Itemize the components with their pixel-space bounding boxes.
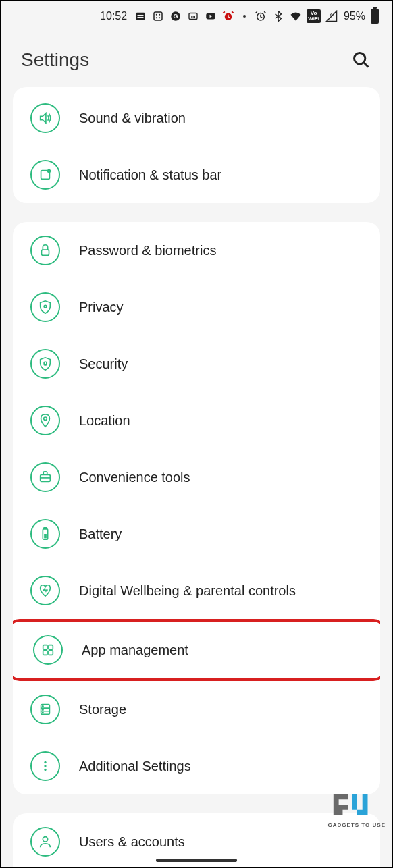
svg-rect-0 [136, 13, 145, 20]
g-circle-icon: G [169, 9, 182, 23]
setting-sound-vibration[interactable]: Sound & vibration [13, 90, 380, 146]
svg-point-20 [355, 53, 365, 64]
setting-label: Password & biometrics [79, 243, 216, 259]
message-icon [134, 9, 147, 23]
svg-point-40 [43, 706, 43, 707]
svg-rect-36 [49, 651, 53, 655]
watermark: GADGETS TO USE [328, 788, 386, 828]
setting-label: App management [82, 643, 188, 658]
wifi-icon [289, 9, 303, 23]
m-icon: m [186, 9, 200, 23]
svg-point-25 [44, 305, 47, 308]
header: Settings [1, 29, 392, 91]
svg-line-15 [232, 11, 233, 13]
setting-label: Notification & status bar [79, 167, 221, 183]
watermark-logo [328, 788, 381, 821]
youtube-icon [204, 9, 217, 23]
svg-point-43 [44, 761, 46, 763]
svg-rect-31 [44, 528, 47, 529]
setting-label: Privacy [79, 300, 124, 315]
setting-battery[interactable]: Battery [13, 506, 380, 562]
privacy-shield-icon [30, 292, 60, 322]
svg-point-4 [156, 14, 157, 16]
settings-group-1: Sound & vibration Notification & status … [13, 87, 380, 203]
svg-point-44 [44, 765, 46, 767]
alarm-icon [221, 9, 235, 23]
battery-percent: 95% [344, 10, 365, 22]
svg-point-45 [44, 769, 46, 771]
lock-icon [30, 236, 60, 265]
setting-label: Digital Wellbeing & parental controls [79, 583, 296, 599]
setting-password-biometrics[interactable]: Password & biometrics [13, 222, 380, 279]
heart-icon [30, 576, 60, 605]
svg-rect-26 [44, 362, 47, 365]
home-indicator[interactable] [156, 859, 237, 862]
setting-additional-settings[interactable]: Additional Settings [13, 738, 380, 794]
settings-group-2: Password & biometrics Privacy Security L… [13, 222, 380, 794]
bluetooth-icon [271, 9, 285, 23]
clock-alarm-icon [254, 9, 267, 23]
setting-label: Battery [79, 526, 122, 542]
more-vertical-icon [30, 751, 60, 781]
page-title: Settings [21, 49, 89, 71]
separator-dot [243, 15, 246, 18]
svg-rect-3 [154, 12, 162, 20]
svg-point-46 [43, 837, 47, 842]
toolbox-icon [30, 462, 60, 492]
setting-label: Storage [79, 702, 126, 717]
vowifi-icon: VoWiFi [307, 9, 321, 23]
search-icon [352, 51, 371, 70]
battery-setting-icon [30, 519, 60, 549]
search-button[interactable] [350, 49, 372, 71]
user-icon [30, 827, 60, 857]
svg-line-18 [264, 11, 265, 13]
setting-storage[interactable]: Storage [13, 681, 380, 738]
setting-security[interactable]: Security [13, 335, 380, 392]
notification-icon [30, 160, 60, 190]
setting-notification-status-bar[interactable]: Notification & status bar [13, 146, 380, 203]
svg-line-21 [364, 63, 369, 67]
setting-label: Users & accounts [79, 834, 185, 850]
storage-icon [30, 695, 60, 724]
security-shield-icon [30, 349, 60, 379]
svg-point-6 [156, 17, 157, 18]
setting-digital-wellbeing[interactable]: Digital Wellbeing & parental controls [13, 562, 380, 619]
svg-point-5 [159, 14, 160, 16]
svg-point-42 [43, 712, 43, 713]
keypad-icon [151, 9, 165, 23]
location-icon [30, 406, 60, 435]
svg-rect-34 [49, 645, 53, 649]
svg-line-14 [224, 11, 225, 13]
setting-app-management[interactable]: App management [13, 619, 380, 681]
setting-label: Sound & vibration [79, 111, 186, 126]
setting-label: Location [79, 413, 130, 429]
setting-label: Security [79, 356, 128, 372]
svg-rect-24 [42, 250, 49, 255]
svg-rect-33 [43, 645, 47, 649]
status-bar: 10:52 G m VoWiFi x 95% [1, 1, 392, 29]
setting-privacy[interactable]: Privacy [13, 279, 380, 335]
setting-label: Additional Settings [79, 759, 191, 774]
status-time: 10:52 [100, 10, 127, 22]
svg-rect-32 [44, 534, 47, 538]
setting-location[interactable]: Location [13, 392, 380, 449]
signal-icon: x [325, 9, 338, 23]
svg-rect-35 [43, 651, 47, 655]
svg-text:m: m [191, 13, 196, 20]
setting-label: Convenience tools [79, 470, 190, 485]
svg-point-23 [47, 169, 51, 173]
svg-point-7 [159, 17, 160, 18]
setting-convenience-tools[interactable]: Convenience tools [13, 449, 380, 506]
watermark-text: GADGETS TO USE [328, 822, 386, 828]
apps-icon [33, 635, 63, 665]
svg-point-27 [44, 417, 47, 421]
svg-line-17 [256, 11, 257, 13]
sound-icon [30, 103, 60, 133]
battery-icon [371, 9, 379, 24]
svg-text:G: G [174, 13, 178, 20]
svg-point-41 [43, 709, 43, 710]
